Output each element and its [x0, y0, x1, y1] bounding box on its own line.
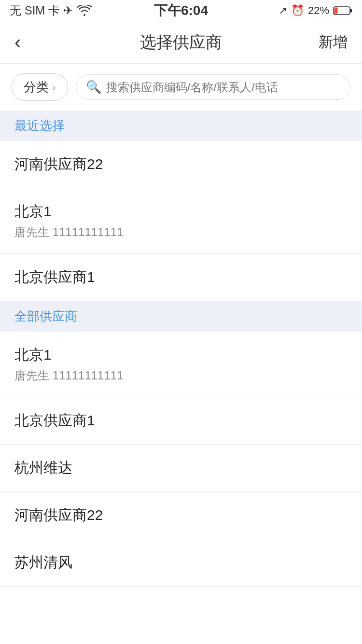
- search-input[interactable]: [106, 81, 340, 94]
- list-item[interactable]: 北京供应商1: [0, 397, 362, 445]
- item-sub: 唐先生 11111111111: [14, 224, 348, 240]
- status-left: 无 SIM 卡 ✈: [10, 3, 92, 18]
- svg-rect-2: [334, 8, 338, 14]
- list-item[interactable]: 杭州维达: [0, 445, 362, 492]
- item-name: 河南供应商22: [14, 154, 348, 174]
- battery-level: 22%: [308, 4, 329, 17]
- add-button[interactable]: 新增: [319, 32, 348, 52]
- svg-rect-1: [350, 9, 352, 13]
- item-name: 杭州维达: [14, 458, 348, 478]
- list-item[interactable]: 北京1唐先生 11111111111: [0, 188, 362, 254]
- status-bar: 无 SIM 卡 ✈ 下午6:04 ↗ ⏰ 22%: [0, 0, 362, 21]
- category-label: 分类: [24, 79, 49, 96]
- item-name: 北京1: [14, 202, 348, 222]
- item-name: 苏州清风: [14, 553, 348, 573]
- nav-bar: ‹ 选择供应商 新增: [0, 21, 362, 64]
- back-button[interactable]: ‹: [14, 31, 21, 53]
- wifi-icon: [77, 5, 92, 16]
- item-sub: 唐先生 11111111111: [14, 368, 348, 383]
- item-name: 北京供应商1: [14, 411, 348, 431]
- filter-bar: 分类 › 🔍: [0, 64, 362, 111]
- alarm-icon: ⏰: [291, 4, 304, 17]
- search-icon: 🔍: [86, 80, 101, 95]
- category-button[interactable]: 分类 ›: [12, 73, 68, 101]
- sections-container: 最近选择河南供应商22北京1唐先生 11111111111北京供应商1全部供应商…: [0, 111, 362, 587]
- item-name: 北京1: [14, 345, 348, 365]
- section-header-label-recent: 最近选择: [14, 118, 65, 133]
- page-title: 选择供应商: [140, 31, 222, 54]
- section-header-all: 全部供应商: [0, 301, 362, 332]
- chevron-icon: ›: [53, 82, 56, 93]
- status-right: ↗ ⏰ 22%: [278, 4, 352, 17]
- list-item[interactable]: 河南供应商22: [0, 492, 362, 539]
- section-header-label-all: 全部供应商: [14, 309, 77, 323]
- list-item[interactable]: 河南供应商22: [0, 141, 362, 188]
- status-time: 下午6:04: [154, 1, 208, 20]
- section-header-recent: 最近选择: [0, 111, 362, 141]
- list-item[interactable]: 苏州清风: [0, 539, 362, 587]
- sim-status: 无 SIM 卡 ✈: [10, 3, 73, 18]
- item-name: 河南供应商22: [14, 505, 348, 525]
- search-box[interactable]: 🔍: [76, 74, 350, 100]
- location-icon: ↗: [278, 4, 287, 17]
- list-item[interactable]: 北京1唐先生 11111111111: [0, 332, 362, 397]
- list-item[interactable]: 北京供应商1: [0, 254, 362, 301]
- item-name: 北京供应商1: [14, 267, 348, 287]
- battery-icon: [333, 5, 352, 16]
